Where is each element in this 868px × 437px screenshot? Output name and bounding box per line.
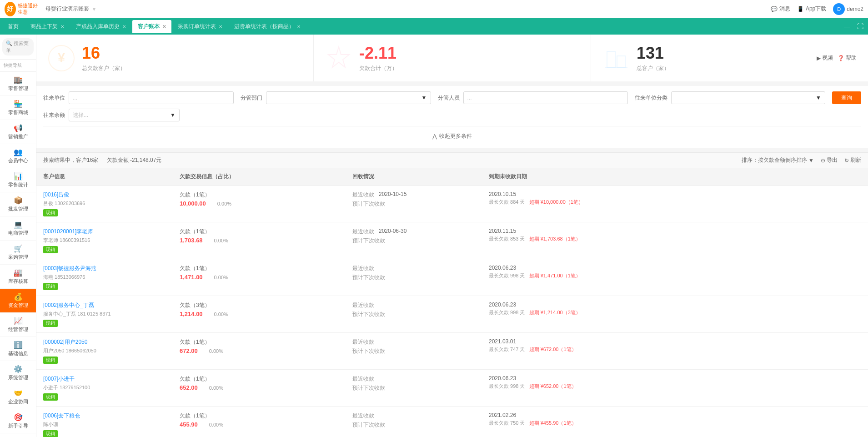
sidebar-item-warehouse[interactable]: 🏭 库存核算 xyxy=(0,265,36,289)
overdue-link-2[interactable]: 超期 ¥1,471.00（1笔） xyxy=(529,273,581,278)
retail-mall-icon: 🏪 xyxy=(14,100,23,108)
customer-sub-6: 陈小珊 xyxy=(43,421,180,428)
sort-icon: ▼ xyxy=(808,157,814,164)
customer-name-0[interactable]: [0016]吕俊 xyxy=(43,191,180,199)
stat-star-icon xyxy=(325,45,352,72)
refresh-icon: ↻ xyxy=(844,157,849,164)
filter-input-unit[interactable]: ... xyxy=(69,91,234,104)
tab-product-off[interactable]: 商品上下架 ✕ xyxy=(25,20,70,33)
tab-close-product-history[interactable]: ✕ xyxy=(122,24,126,29)
filter-select-balance[interactable]: 选择... ▼ xyxy=(69,109,180,121)
layout: 🔍 搜索菜单 快捷导航 🏬 零售管理 🏪 零售商城 📢 营销推广 👥 会员中心 … xyxy=(0,35,868,437)
sidebar-item-batch-mgmt[interactable]: 📦 批发管理 xyxy=(0,192,36,216)
tab-close-customer-account[interactable]: ✕ xyxy=(162,24,166,29)
sidebar-item-marketing[interactable]: 📢 营销推广 xyxy=(0,120,36,144)
user-avatar-btn[interactable]: D demo2 xyxy=(833,3,863,15)
filter-label-person: 分管人员 xyxy=(438,94,460,102)
export-btn[interactable]: ⊙ 导出 xyxy=(821,156,838,164)
app-selector[interactable]: 母婴行业演示账套 ▼ xyxy=(45,5,97,13)
overdue-link-6[interactable]: 超期 ¥455.90（1笔） xyxy=(529,420,577,426)
tab-purchase-stats[interactable]: 进货单统计表（按商品） ✕ xyxy=(229,20,306,33)
tab-close-product-off[interactable]: ✕ xyxy=(60,24,64,29)
svg-rect-3 xyxy=(607,51,615,67)
basic-info-icon: ℹ️ xyxy=(14,341,23,349)
ecom-icon: 💻 xyxy=(14,220,23,229)
customer-name-5[interactable]: [0007]小进千 xyxy=(43,375,180,383)
customer-name-6[interactable]: [0006]去下粮仓 xyxy=(43,412,180,420)
customer-sub-5: 小进千 18279152100 xyxy=(43,384,180,391)
table-header: 客户信息 欠款交易信息（占比） 回收情况 到期未收款日期 xyxy=(36,168,868,186)
filter-item-category: 往来单位分类 ▼ xyxy=(635,91,825,104)
sidebar-item-app-center[interactable]: 📱 应用中心 xyxy=(0,433,36,437)
sidebar-item-retail-mall[interactable]: 🏪 零售商城 xyxy=(0,96,36,120)
sidebar-search: 🔍 搜索菜单 xyxy=(0,35,36,60)
overdue-info-0: 2020.10.15 最长欠款 884 天 超期 ¥10,000.00（1笔） xyxy=(489,191,861,206)
filter-label-dept: 分管部门 xyxy=(241,94,262,102)
message-btn[interactable]: 💬 消息 xyxy=(771,5,790,13)
customer-name-3[interactable]: [0002]服务中心_丁磊 xyxy=(43,301,180,309)
customer-name-2[interactable]: [0003]畅捷服务尹海燕 xyxy=(43,265,180,272)
overdue-detail-2: 最长欠款 998 天 超期 ¥1,471.00（1笔） xyxy=(489,272,861,279)
retail-mgmt-icon: 🏬 xyxy=(14,75,23,84)
overdue-link-3[interactable]: 超期 ¥1,214.00（3笔） xyxy=(529,310,581,315)
purchase-icon: 🛒 xyxy=(14,244,23,253)
search-button[interactable]: 查询 xyxy=(832,91,861,104)
shortcuts-section: 快捷导航 xyxy=(0,60,36,72)
debt-amount-5: 652.00 xyxy=(180,384,198,391)
recovery-info-1: 最近收款 2020-06-30 预计下次收款 xyxy=(352,228,489,246)
header-debt: 欠款交易信息（占比） xyxy=(180,173,352,181)
search-menu-btn[interactable]: 🔍 搜索菜单 xyxy=(2,38,34,55)
customer-info-2: [0003]畅捷服务尹海燕 海燕 18513066976 现销 xyxy=(43,265,180,290)
collapse-btn[interactable]: ⋀ 收起更多条件 xyxy=(43,130,861,142)
customer-info-0: [0016]吕俊 吕俊 13026203696 现销 xyxy=(43,191,180,216)
sidebar-item-member[interactable]: 👥 会员中心 xyxy=(0,144,36,168)
video-btn[interactable]: ▶ 视频 xyxy=(817,54,833,62)
table-row: [0006]去下粮仓 陈小珊 现销 欠款（1笔） 455.90 0.00% 最近… xyxy=(36,407,868,437)
table-row: [0002]服务中心_丁磊 服务中心_丁磊 181 0125 8371 现销 欠… xyxy=(36,296,868,333)
overdue-link-1[interactable]: 超期 ¥1,703.68（1笔） xyxy=(529,236,581,241)
customer-sub-3: 服务中心_丁磊 181 0125 8371 xyxy=(43,311,180,317)
tab-purchase-order[interactable]: 采购订单统计表 ✕ xyxy=(172,20,228,33)
sidebar-item-newbie[interactable]: 🎯 新手引导 xyxy=(0,409,36,433)
overdue-link-0[interactable]: 超期 ¥10,000.00（1笔） xyxy=(529,199,583,205)
table-row: [0003]畅捷服务尹海燕 海燕 18513066976 现销 欠款（1笔） 1… xyxy=(36,259,868,296)
tab-close-purchase-order[interactable]: ✕ xyxy=(219,24,222,29)
sidebar-item-finance[interactable]: 💰 资金管理 xyxy=(0,289,36,313)
overdue-detail-5: 最长欠款 998 天 超期 ¥652.00（1笔） xyxy=(489,383,861,390)
sidebar-item-enterprise[interactable]: 🤝 企业协同 xyxy=(0,385,36,409)
filter-input-person[interactable]: ... xyxy=(463,91,628,104)
tab-customer-account[interactable]: 客户账本 ✕ xyxy=(132,20,171,33)
debt-count-2: 欠款（1笔） xyxy=(180,265,352,272)
overdue-info-2: 2020.06.23 最长欠款 998 天 超期 ¥1,471.00（1笔） xyxy=(489,265,861,279)
stat-label-debt-total: 欠款合计（万） xyxy=(359,65,397,72)
overdue-link-4[interactable]: 超期 ¥672.00（1笔） xyxy=(529,347,577,352)
help-btn[interactable]: ❓ 帮助 xyxy=(838,54,857,62)
filter-select-dept[interactable]: ▼ xyxy=(266,91,431,104)
tab-close-purchase-stats[interactable]: ✕ xyxy=(297,24,301,29)
sidebar-item-retail-mgmt[interactable]: 🏬 零售管理 xyxy=(0,72,36,96)
chevron-down-icon-3: ▼ xyxy=(170,112,176,118)
debt-info-3: 欠款（3笔） 1,214.00 0.00% xyxy=(180,301,352,317)
customer-name-1[interactable]: [0001020001]李老师 xyxy=(43,228,180,236)
overdue-link-5[interactable]: 超期 ¥652.00（1笔） xyxy=(529,383,577,389)
tab-maximize-btn[interactable]: ⛶ xyxy=(855,23,866,30)
customer-name-4[interactable]: [000002]用户2050 xyxy=(43,338,180,346)
filter-select-category[interactable]: ▼ xyxy=(671,91,825,104)
sort-button[interactable]: 排序：按欠款金额倒序排序 ▼ xyxy=(742,156,814,164)
sidebar-item-retail-stats[interactable]: 📊 零售统计 xyxy=(0,168,36,192)
chevron-down-icon-2: ▼ xyxy=(816,95,821,101)
sidebar-item-system[interactable]: ⚙️ 系统管理 xyxy=(0,361,36,385)
sidebar-item-purchase[interactable]: 🛒 采购管理 xyxy=(0,241,36,265)
filter-label-category: 往来单位分类 xyxy=(635,94,667,102)
filter-item-unit: 往来单位 ... xyxy=(43,91,234,104)
customer-sub-4: 用户2050 18665062050 xyxy=(43,347,180,354)
tab-product-history[interactable]: 产成品入库单历史 ✕ xyxy=(70,20,131,33)
tab-home[interactable]: 首页 xyxy=(2,20,24,33)
customer-tag-3: 现销 xyxy=(43,320,58,327)
sidebar-item-basic-info[interactable]: ℹ️ 基础信息 xyxy=(0,337,36,361)
refresh-btn[interactable]: ↻ 刷新 xyxy=(844,156,861,164)
sidebar-item-operations[interactable]: 📈 经营管理 xyxy=(0,313,36,337)
sidebar-item-ecom[interactable]: 💻 电商管理 xyxy=(0,216,36,241)
tab-minimize-btn[interactable]: — xyxy=(842,23,853,30)
app-download-btn[interactable]: 📱 App下载 xyxy=(797,5,826,13)
